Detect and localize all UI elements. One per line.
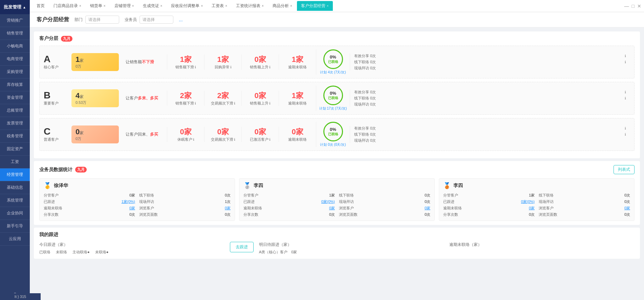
tier-right-stats-A: 有效分享 0次ℹ线下联络 0次ℹ现场拜访 0次 <box>350 53 630 71</box>
tab-close-门店商品目录[interactable]: × <box>79 4 81 8</box>
dept-label: 部门 <box>74 17 83 23</box>
tomorrow-followup: 明日待跟进（家） A类（核心）客户 0家 <box>259 242 444 255</box>
sidebar-item-库存核算[interactable]: 库存核算 <box>0 78 30 91</box>
tier-stat2-B: 2家 交易频次下滑 ℹ <box>204 91 241 106</box>
staff-stat: 逾期未联络 0家 <box>44 206 135 211</box>
page-title: 客户分层经营 <box>37 16 69 23</box>
sidebar-collapse-icon[interactable]: ▲ <box>23 5 26 9</box>
sidebar-item-企业协同[interactable]: 企业协同 <box>0 207 30 220</box>
staff-name: 李四 <box>254 183 263 189</box>
tab-close-应收应付调整单[interactable]: × <box>201 4 203 8</box>
tab-首页[interactable]: 首页 <box>33 1 49 11</box>
tier-circle-A: 0% 已联络 计划 4次 (7天/次) <box>316 49 350 75</box>
staff-stat: 分管客户 0家 <box>44 193 135 198</box>
staff-stat: 分享次数 0次 <box>243 212 335 217</box>
tier-count-A[interactable]: 1家 0万 <box>71 53 119 71</box>
close-icon[interactable]: ✕ <box>637 3 641 9</box>
tab-商品分析[interactable]: 商品分析× <box>269 1 296 11</box>
staff-stat: 已跟进 1家(0%) <box>44 199 135 204</box>
staff-card-李四: 🥈 李四 分管客户 1家 线下联络 0次 已跟进 0家(0%) 现场拜访 0次 … <box>239 178 435 221</box>
sidebar-item-发票管理[interactable]: 发票管理 <box>0 117 30 130</box>
sidebar-item-资金管理[interactable]: 资金管理 <box>0 91 30 104</box>
tab-客户分层经营[interactable]: 客户分层经营× <box>297 1 333 11</box>
tier-contact-B: 1家 逾期未联络 <box>279 91 316 106</box>
sidebar-item-新手引导[interactable]: 新手引导 <box>0 220 30 233</box>
tab-close-店铺管理[interactable]: × <box>132 4 134 8</box>
content-area: 客户分层经营 部门 请选择 业务员 请选择 ... 客户分层 九月 <box>30 12 644 300</box>
minimize-icon[interactable]: — <box>624 3 629 9</box>
tab-工资表[interactable]: 工资表× <box>208 1 231 11</box>
sidebar-item-营销推广[interactable]: 营销推广 <box>0 14 30 27</box>
staff-stat: 现场拜访 0次 <box>539 199 630 204</box>
tab-店铺管理[interactable]: 店铺管理× <box>110 1 138 11</box>
tab-close-商品分析[interactable]: × <box>290 4 292 8</box>
sidebar-item-总账管理[interactable]: 总账管理 <box>0 104 30 117</box>
sidebar-item-采购管理[interactable]: 采购管理 <box>0 66 30 78</box>
page-header: 客户分层经营 部门 请选择 业务员 请选择 ... <box>30 12 644 27</box>
staff-medal: 🥇 <box>44 182 51 189</box>
staff-name: 徐泽华 <box>54 183 68 189</box>
sidebar-header[interactable]: 批发管理 ▲ <box>0 0 30 14</box>
staff-stat: 分享次数 0次 <box>443 212 535 217</box>
more-button[interactable]: ... <box>179 17 183 22</box>
tab-close-生成凭证[interactable]: × <box>160 4 163 8</box>
go-followup-area: 去跟进 <box>230 242 254 252</box>
sidebar-item-固定资产[interactable]: 固定资产 <box>0 143 30 156</box>
tab-门店商品目录[interactable]: 门店商品目录× <box>49 1 85 11</box>
tab-工资统计报表[interactable]: 工资统计报表× <box>232 1 268 11</box>
staff-stat: 分管客户 1家 <box>443 193 535 198</box>
tab-生成凭证[interactable]: 生成凭证× <box>139 1 167 11</box>
tab-close-工资统计报表[interactable]: × <box>262 4 264 8</box>
sidebar-item-小畅电商[interactable]: 小畅电商 <box>0 40 30 53</box>
tier-right-stats-B: 有效分享 0次ℹ线下联络 0次ℹ现场拜访 0次 <box>350 90 630 107</box>
tier-circle-C: 0% 已联络 计划 0次 (0天/次) <box>316 122 350 147</box>
tier-action-C: 让客户回来、多买 <box>123 132 167 137</box>
staff-stat: 逾期未联络 0家 <box>243 206 335 211</box>
biz-month-badge: 九月 <box>75 167 87 172</box>
staff-stat: 逾期未联络 0家 <box>443 206 535 211</box>
sidebar-item-电商管理[interactable]: 电商管理 <box>0 53 30 66</box>
staff-medal: 🥉 <box>443 182 451 189</box>
staff-stat: 浏览客户 0家 <box>139 206 231 211</box>
staff-stat: 分管客户 1家 <box>243 193 335 198</box>
tomorrow-label: 明日待跟进（家） <box>259 242 444 248</box>
staff-stat: 浏览页面数 0次 <box>539 212 630 217</box>
staff-stat: 浏览页面数 0次 <box>339 212 430 217</box>
list-view-button[interactable]: 列表式 <box>614 165 635 174</box>
sidebar-item-系统管理[interactable]: 系统管理 <box>0 194 30 207</box>
staff-stat: 浏览页面数 0次 <box>139 212 231 217</box>
tab-close-工资表[interactable]: × <box>225 4 227 8</box>
go-followup-button[interactable]: 去跟进 <box>230 242 254 252</box>
sidebar-item-税务管理[interactable]: 税务管理 <box>0 130 30 143</box>
sidebar-item-销售管理[interactable]: 销售管理 <box>0 27 30 40</box>
tab-销货单[interactable]: 销货单× <box>86 1 110 11</box>
staff-medal: 🥈 <box>243 182 251 189</box>
sidebar-item-工资[interactable]: 工资 <box>0 156 30 168</box>
sidebar-item-基础信息[interactable]: 基础信息 <box>0 181 30 194</box>
restore-icon[interactable]: □ <box>632 3 635 9</box>
staff-label: 业务员 <box>125 17 137 23</box>
today-label: 今日跟进（家） <box>39 242 224 248</box>
followup-section: 我的跟进 今日跟进（家） 已联络 未联络 主动联络● 未联络● 去跟进 明日待跟… <box>34 228 640 259</box>
overdue-followup: 逾期未联络（家） <box>449 242 635 250</box>
a-tier-label: A类（核心）客户 <box>259 250 287 254</box>
biz-title: 业务员数据统计 九月 <box>39 167 87 173</box>
staff-stat: 线下联络 0次 <box>139 193 231 198</box>
tier-count-B[interactable]: 4家 0.53万 <box>71 89 119 107</box>
tier-action-B: 让客户多来、多买 <box>123 95 167 101</box>
sidebar-title: 批发管理 <box>4 4 21 10</box>
tab-应收应付调整单[interactable]: 应收应付调整单× <box>167 1 207 11</box>
tab-close-销货单[interactable]: × <box>104 4 106 8</box>
tier-count-C[interactable]: 0家 0万 <box>71 125 119 143</box>
tier-stat3-C: 0家 已激活客户 ℹ <box>241 127 279 142</box>
customer-tier-title: 客户分层 九月 <box>39 36 635 42</box>
sidebar-item-云应用[interactable]: 云应用 <box>0 233 30 246</box>
dept-select[interactable]: 请选择 <box>85 16 119 24</box>
staff-select[interactable]: 请选择 <box>139 16 173 24</box>
staff-stat: 浏览客户 0家 <box>339 206 430 211</box>
sidebar-item-经营管理[interactable]: 经营管理 <box>0 168 30 181</box>
tab-close-客户分层经营[interactable]: × <box>327 4 329 8</box>
dept-filter: 部门 请选择 <box>74 16 119 24</box>
followup-grid: 今日跟进（家） 已联络 未联络 主动联络● 未联络● 去跟进 明日待跟进（家） … <box>39 242 635 255</box>
month-badge: 九月 <box>61 36 72 42</box>
